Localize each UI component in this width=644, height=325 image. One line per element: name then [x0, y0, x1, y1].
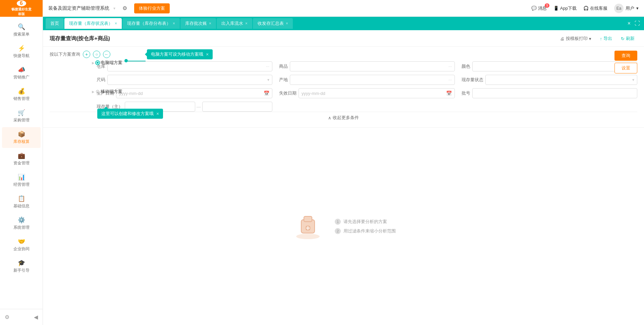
- filter-row-batch: 批号: [462, 88, 637, 98]
- settings-bottom-btn[interactable]: ⚙: [3, 313, 11, 322]
- quicknav-icon: ⚡: [18, 45, 25, 52]
- tab-in-out-flow[interactable]: 出入库流水 ×: [217, 18, 252, 29]
- sidebar-item-guide[interactable]: 🎓 新手引导: [2, 256, 41, 277]
- sidebar-item-finance[interactable]: 💼 资金管理: [2, 149, 41, 169]
- color-select[interactable]: ▾: [472, 61, 637, 71]
- size-arrow: ▾: [267, 77, 269, 82]
- range-dash: —: [197, 104, 201, 109]
- svg-point-0: [296, 234, 320, 239]
- sidebar-item-quicknav-label: 快捷导航: [13, 53, 30, 59]
- sidebar-item-sales[interactable]: 💰 销售管理: [2, 84, 41, 105]
- product-select[interactable]: ···: [290, 61, 455, 71]
- collapse-sidebar-btn[interactable]: ◀: [33, 313, 39, 322]
- sidebar-item-finance-label: 资金管理: [13, 160, 30, 166]
- set-button[interactable]: 设置: [614, 63, 637, 73]
- app-download-button[interactable]: 📱 App下载: [553, 5, 577, 11]
- edit-scheme-tooltip-close[interactable]: ×: [156, 111, 159, 116]
- filter-label: 按以下方案查询: [50, 51, 80, 57]
- stock-main-to[interactable]: [202, 102, 273, 112]
- sidebar-item-operations-label: 经营管理: [13, 182, 30, 187]
- export-button[interactable]: ↑ 导出: [597, 34, 615, 43]
- tab-inventory-status[interactable]: 现存量（库存状况表） ×: [64, 18, 122, 29]
- stock-status-arrow: ▾: [632, 77, 634, 82]
- gear-button[interactable]: ⚙: [119, 3, 130, 14]
- header-right: 💬 消息 9 📱 App下载 🎧 在线客服 Ea 用户 ▾: [531, 4, 639, 13]
- edit-scheme-tooltip: 这里可以创建和修改方案哦 ×: [97, 109, 163, 119]
- sidebar-item-enterprise[interactable]: 🤝 企业协同: [2, 234, 41, 255]
- content-area: 现存量查询(按仓库+商品) 🖨 按模板打印 ▾ ↑ 导出 ↻ 刷新: [43, 30, 644, 325]
- tab-inventory-dist-close[interactable]: ×: [173, 21, 175, 26]
- top-header: 装备及固定资产辅助管理系统 ▾ ⚙ 体验行业方案 💬 消息 9 📱 App下载 …: [43, 0, 644, 17]
- tab-batch-account-close[interactable]: ×: [209, 21, 211, 26]
- filter-row-stock-status: 现存量状态 ▾: [462, 75, 637, 85]
- filter-add-button[interactable]: +: [83, 51, 90, 58]
- sidebar-item-purchase[interactable]: 🛒 采购管理: [2, 106, 41, 126]
- print-button[interactable]: 🖨 按模板打印 ▾: [557, 34, 594, 43]
- inventory-icon: 📦: [18, 130, 25, 138]
- industry-button[interactable]: 体验行业方案: [134, 3, 170, 13]
- tab-in-out-flow-close[interactable]: ×: [245, 21, 248, 26]
- sidebar-item-sales-label: 销售管理: [13, 96, 30, 102]
- tab-receive-summary-close[interactable]: ×: [286, 21, 288, 26]
- message-button[interactable]: 💬 消息 9: [531, 5, 547, 11]
- scheme-mobile[interactable]: ▶ 移动端方案: [90, 87, 144, 96]
- sidebar-item-operations[interactable]: 📊 经营管理: [2, 170, 41, 191]
- empty-text: 1 请先选择要分析的方案 2 用过滤条件来缩小分析范围: [335, 219, 396, 234]
- expiry-date-input[interactable]: yyyy-mm-dd 📅: [299, 88, 455, 98]
- export-icon: ↑: [600, 36, 602, 41]
- tree-arrow-pc: ▶: [92, 61, 95, 65]
- tab-bar-actions: × ⛶: [626, 19, 641, 28]
- empty-step-1: 1 请先选择要分析的方案: [335, 219, 396, 225]
- search-button[interactable]: 查询: [614, 51, 637, 61]
- stock-status-select[interactable]: ▾: [485, 75, 637, 85]
- collapse-label: 收起更多条件: [333, 115, 359, 121]
- sidebar: 6 畅捷通好生意 标版 🔍 搜索菜单 ⚡ 快捷导航 📣 营销推广 💰 销售管理 …: [0, 0, 43, 325]
- sidebar-item-search-label: 搜索菜单: [13, 32, 30, 37]
- filter-back-button[interactable]: ←: [103, 51, 110, 58]
- system-icon: ⚙️: [18, 216, 25, 224]
- system-dropdown-arrow[interactable]: ▾: [113, 6, 115, 11]
- origin-select[interactable]: ···: [290, 75, 455, 85]
- tab-inventory-dist[interactable]: 现存量（库存分布表） ×: [122, 18, 180, 29]
- user-menu[interactable]: Ea 用户 ▾: [614, 4, 639, 13]
- warehouse-dots: ···: [266, 64, 269, 69]
- filter-row-color: 颜色 ▾: [462, 61, 637, 71]
- main-area: 装备及固定资产辅助管理系统 ▾ ⚙ 体验行业方案 💬 消息 9 📱 App下载 …: [43, 0, 644, 325]
- sidebar-item-search[interactable]: 🔍 搜索菜单: [2, 20, 41, 41]
- tab-batch-account[interactable]: 库存批次账 ×: [180, 18, 216, 29]
- tab-batch-account-label: 库存批次账: [185, 20, 207, 26]
- guide-icon: 🎓: [18, 259, 25, 267]
- online-service-button[interactable]: 🎧 在线客服: [583, 5, 607, 11]
- scheme-pc[interactable]: ▶ 电脑端方案: [90, 58, 144, 67]
- tab-receive-summary[interactable]: 收发存汇总表 ×: [253, 18, 293, 29]
- tab-receive-summary-label: 收发存汇总表: [258, 20, 284, 26]
- avatar-text: Ea: [616, 6, 622, 11]
- search-icon: 🔍: [18, 23, 25, 31]
- tab-inventory-status-close[interactable]: ×: [115, 21, 117, 26]
- print-icon: 🖨: [560, 36, 565, 41]
- batch-label: 批号: [462, 90, 470, 96]
- scheme-pc-label: 电脑端方案: [101, 60, 122, 66]
- sidebar-item-marketing[interactable]: 📣 营销推广: [2, 63, 41, 84]
- filter-edit-button[interactable]: ○: [93, 51, 100, 58]
- edit-scheme-tooltip-text: 这里可以创建和修改方案哦: [101, 111, 154, 117]
- stock-status-label: 现存量状态: [462, 77, 483, 83]
- refresh-button[interactable]: ↻ 刷新: [618, 34, 637, 43]
- sidebar-item-inventory[interactable]: 📦 库存核算: [2, 127, 41, 148]
- tab-home[interactable]: 首页: [46, 18, 64, 29]
- empty-state: 1 请先选择要分析的方案 2 用过滤条件来缩小分析范围: [43, 128, 644, 325]
- sidebar-item-marketing-label: 营销推广: [13, 74, 30, 80]
- batch-input[interactable]: [472, 88, 637, 98]
- sidebar-item-quicknav[interactable]: ⚡ 快捷导航: [2, 41, 41, 62]
- tab-expand[interactable]: ⛶: [633, 19, 641, 28]
- expiry-date-label: 失效日期: [279, 90, 297, 96]
- tab-home-label: 首页: [50, 20, 59, 26]
- tab-close-all[interactable]: ×: [626, 19, 632, 28]
- sidebar-item-basic[interactable]: 📋 基础信息: [2, 192, 41, 212]
- product-label: 商品: [279, 63, 288, 69]
- page-actions: 🖨 按模板打印 ▾ ↑ 导出 ↻ 刷新: [557, 34, 638, 43]
- message-badge: 9: [545, 3, 549, 8]
- sidebar-bottom: ⚙ ◀: [0, 309, 43, 325]
- scheme-tooltip-close[interactable]: ×: [206, 52, 209, 57]
- sidebar-item-system[interactable]: ⚙️ 系统管理: [2, 213, 41, 234]
